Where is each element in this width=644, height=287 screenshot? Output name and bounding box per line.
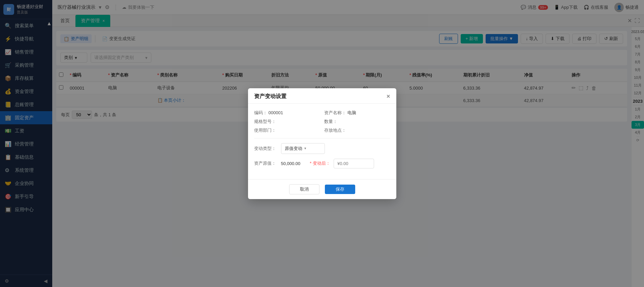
save-btn[interactable]: 保存 [325,185,355,194]
after-change-label: * 变动后： [310,160,330,166]
modal-header: 资产变动设置 × [248,88,396,104]
cancel-btn[interactable]: 取消 [289,184,319,194]
modal-close-btn[interactable]: × [387,93,390,100]
after-change-input[interactable] [334,159,374,168]
modal-form-asset-value: 资产原值： 50,000.00 * 变动后： [254,159,390,168]
modal-footer: 取消 保存 [248,179,396,199]
asset-original-value: 50,000.00 [281,161,301,166]
modal-info-code: 编码： 000001 [254,110,320,116]
modal-overlay: 资产变动设置 × 编码： 000001 资产名称： 电脑 规格型号： 数量： [0,0,644,287]
modal-info-location: 存放地点： [324,127,390,133]
modal-info-spec: 规格型号： [254,119,320,125]
asset-change-modal: 资产变动设置 × 编码： 000001 资产名称： 电脑 规格型号： 数量： [248,88,396,199]
modal-divider [254,138,390,138]
modal-info-qty: 数量： [324,119,390,125]
modal-info-dept: 使用部门： [254,127,320,133]
change-type-select[interactable]: 原值变动 ▾ [281,143,325,154]
modal-info-grid: 编码： 000001 资产名称： 电脑 规格型号： 数量： 使用部门： [254,110,390,133]
modal-title: 资产变动设置 [254,93,286,100]
modal-body: 编码： 000001 资产名称： 电脑 规格型号： 数量： 使用部门： [248,104,396,179]
modal-form-change-type: 变动类型： 原值变动 ▾ [254,143,390,154]
change-type-chevron: ▾ [304,146,306,151]
modal-info-name: 资产名称： 电脑 [324,110,390,116]
